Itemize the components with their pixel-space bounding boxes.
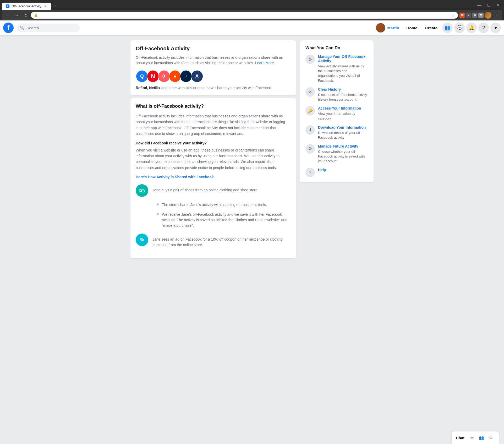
app-icons-row: Q N ✈ ● Ut A xyxy=(136,70,291,83)
timeline-heading: Here's How Activity is Shared with Faceb… xyxy=(136,175,291,179)
timeline-bullet-1: The store shares Jane's activity with us… xyxy=(157,202,291,208)
browser-menu-button[interactable]: ⋮ xyxy=(492,12,500,19)
access-info-link[interactable]: Access Your Information xyxy=(318,106,368,110)
clear-history-link[interactable]: Clear History xyxy=(318,87,368,91)
browser-tab-active[interactable]: f Off-Facebook Activity × xyxy=(2,3,51,10)
clear-history-desc: Disconnect off-Facebook activity history… xyxy=(318,93,368,102)
tab-title: Off-Facebook Activity xyxy=(12,4,41,8)
timeline-section: Here's How Activity is Shared with Faceb… xyxy=(136,175,291,248)
fb-user-profile-link[interactable]: Martin xyxy=(373,21,402,34)
info-paragraph-2: When you visit a website or use an app, … xyxy=(136,147,291,171)
sidebar-item-download[interactable]: ⬇ Download Your Information Download det… xyxy=(305,125,368,140)
sidebar-item-manage-content: Manage Your Off-Facebook Activity View a… xyxy=(318,55,368,83)
help-icon: ? xyxy=(482,25,485,31)
manage-activity-desc: View activity shared with us by the busi… xyxy=(318,64,368,83)
fb-nav-right: Martin Home Create 👥 💬 🔔 ? ▾ xyxy=(373,21,501,34)
account-dropdown-button[interactable]: ▾ xyxy=(490,23,501,33)
info-title: What is off-Facebook activity? xyxy=(136,104,291,109)
star-icon[interactable]: ☆ xyxy=(451,13,455,17)
avatar xyxy=(376,23,385,33)
app-icon-netflix: N xyxy=(147,70,159,83)
notifications-icon: 🔔 xyxy=(469,25,474,31)
timeline-item-1: 🛍 Jane buys a pair of shoes from an onli… xyxy=(136,184,291,197)
create-nav-button[interactable]: Create xyxy=(422,24,441,32)
browser-toolbar: ← → ↻ 🔒 facebook.com/off_facebook_activi… xyxy=(2,10,502,20)
timeline-connector: The store shares Jane's activity with us… xyxy=(136,202,291,228)
search-icon: 🔍 xyxy=(20,26,24,30)
notifications-nav-button[interactable]: 🔔 xyxy=(466,23,477,33)
sidebar-item-future[interactable]: ⚙ Manage Future Activity Choose whether … xyxy=(305,144,368,164)
sidebar-item-access[interactable]: 🔑 Access Your Information View your info… xyxy=(305,106,368,121)
back-button[interactable]: ← xyxy=(4,12,12,19)
help-nav-button[interactable]: ? xyxy=(478,23,489,33)
sidebar-item-help-content: Help xyxy=(318,168,368,173)
tab-favicon: f xyxy=(6,4,9,8)
sidebar-item-manage[interactable]: ⚙ Manage Your Off-Facebook Activity View… xyxy=(305,55,368,83)
main-content: Off-Facebook Activity Off-Facebook activ… xyxy=(126,40,378,258)
bullet-dot-1 xyxy=(157,203,159,205)
browser-profile-icon[interactable] xyxy=(485,12,491,19)
sidebar-item-help[interactable]: ? Help xyxy=(305,168,368,177)
fb-navigation: f 🔍 Martin Home Create 👥 💬 🔔 ? ▾ xyxy=(0,20,504,35)
app-icon-app6: A xyxy=(191,70,203,83)
bullet-text-2: We receive Jane's off-Facebook activity … xyxy=(162,212,291,228)
fb-logo: f xyxy=(3,23,14,33)
activity-shared-text: Refind, Netflix and other websites or ap… xyxy=(136,86,291,90)
sidebar-item-download-content: Download Your Information Download detai… xyxy=(318,125,368,140)
ext-icon-4: ☰ xyxy=(478,13,484,18)
left-panel: Off-Facebook Activity Off-Facebook activ… xyxy=(130,40,296,258)
manage-activity-link[interactable]: Manage Your Off-Facebook Activity xyxy=(318,55,368,63)
timeline-text-1: Jane buys a pair of shoes from an online… xyxy=(152,184,259,193)
lock-icon: 🔒 xyxy=(34,13,38,17)
manage-future-icon: ⚙ xyxy=(305,144,315,154)
access-info-desc: View your information by category xyxy=(318,111,368,121)
bullet-text-1: The store shares Jane's activity with us… xyxy=(162,202,267,208)
home-nav-button[interactable]: Home xyxy=(403,24,421,32)
clear-history-icon: ✕ xyxy=(305,87,315,97)
learn-more-link[interactable]: Learn More xyxy=(255,61,274,65)
fb-search-bar[interactable]: 🔍 xyxy=(17,24,80,32)
close-window-button[interactable]: × xyxy=(495,2,502,9)
timeline-icon-shopping: 🛍 xyxy=(136,184,148,197)
ext-icon-3: ⊞ xyxy=(472,13,477,18)
timeline-icon-discount: % xyxy=(136,234,148,246)
sidebar-title: What You Can Do xyxy=(305,46,368,50)
activity-description: Off-Facebook activity includes informati… xyxy=(136,55,291,66)
info-card: What is off-Facebook activity? Off-Faceb… xyxy=(130,98,296,258)
tab-close-button[interactable]: × xyxy=(43,4,47,8)
messenger-icon: 💬 xyxy=(457,25,462,31)
help-link[interactable]: Help xyxy=(318,168,368,172)
url-input[interactable]: facebook.com/off_facebook_activity/ xyxy=(40,13,450,17)
timeline-bullet-2: We receive Jane's off-Facebook activity … xyxy=(157,212,291,228)
user-name: Martin xyxy=(387,26,399,30)
address-bar[interactable]: 🔒 facebook.com/off_facebook_activity/ ☆ xyxy=(31,12,458,19)
sidebar-item-access-content: Access Your Information View your inform… xyxy=(318,106,368,121)
ext-icon-2: ✕ xyxy=(466,13,471,18)
refresh-button[interactable]: ↻ xyxy=(22,12,29,19)
sidebar-item-clear[interactable]: ✕ Clear History Disconnect off-Facebook … xyxy=(305,87,368,102)
download-info-link[interactable]: Download Your Information xyxy=(318,125,368,129)
forward-button[interactable]: → xyxy=(13,12,20,19)
search-input[interactable] xyxy=(26,26,76,30)
minimize-button[interactable]: — xyxy=(476,2,483,9)
messenger-nav-button[interactable]: 💬 xyxy=(454,23,465,33)
timeline-text-2: Jane sees an ad on Facebook for a 10% of… xyxy=(152,234,291,248)
app-icon-airbnb: ✈ xyxy=(158,70,170,83)
chevron-down-icon: ▾ xyxy=(495,25,497,31)
manage-future-link[interactable]: Manage Future Activity xyxy=(318,144,368,148)
download-info-desc: Download details of your off-Facebook ac… xyxy=(318,131,368,140)
app-icon-utmon: Ut xyxy=(180,70,192,83)
activity-header-card: Off-Facebook Activity Off-Facebook activ… xyxy=(130,40,296,95)
download-info-icon: ⬇ xyxy=(305,125,315,135)
friends-nav-button[interactable]: 👥 xyxy=(442,23,453,33)
sidebar-item-future-content: Manage Future Activity Choose whether yo… xyxy=(318,144,368,164)
maximize-button[interactable]: □ xyxy=(485,2,492,9)
info-subtitle-1: How did Facebook receive your activity? xyxy=(136,141,291,145)
activity-title: Off-Facebook Activity xyxy=(136,46,291,52)
right-panel: What You Can Do ⚙ Manage Your Off-Facebo… xyxy=(300,40,374,182)
friends-icon: 👥 xyxy=(445,25,450,31)
app-icon-reddit: ● xyxy=(169,70,181,83)
browser-toolbar-actions: 10 ✕ ⊞ ☰ ⋮ xyxy=(459,12,500,19)
manage-future-desc: Choose whether your off-Facebook activit… xyxy=(318,149,368,164)
new-tab-button[interactable]: + xyxy=(52,2,59,10)
